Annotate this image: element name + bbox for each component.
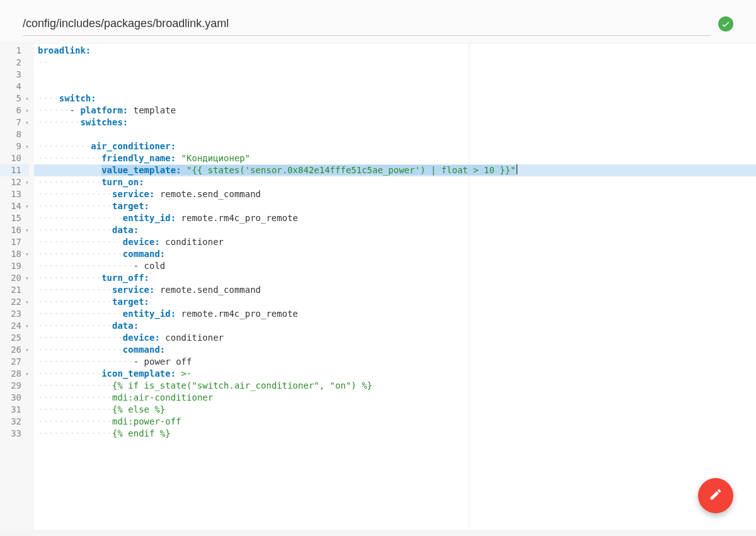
line-number: 21 [11,284,21,296]
gutter-line: 33 [0,428,29,440]
code-line[interactable]: ··················- cold [34,260,756,272]
line-number: 14 [11,200,21,212]
code-line[interactable]: ··············mdi:power-off [34,416,756,428]
gutter-line: 9▾ [0,140,29,152]
fold-marker-icon[interactable]: ▾ [24,248,29,260]
gutter-line: 16▾ [0,224,29,236]
code-token: mdi:power-off [112,416,181,426]
fold-marker-icon[interactable]: ▾ [24,344,29,356]
code-line[interactable]: ······- platform: template [34,105,756,117]
code-line[interactable]: ··············data: [34,224,756,236]
code-area[interactable]: broadlink:······switch:······- platform:… [34,43,756,530]
code-token: switches: [80,117,128,127]
line-number: 2 [16,57,21,69]
code-line[interactable]: ········switches: [34,117,756,128]
gutter-line: 6▾ [0,105,29,117]
code-line[interactable]: ················entity_id: remote.rm4c_p… [34,308,756,320]
code-line[interactable]: ··················- power off [34,356,756,368]
line-number: 10 [11,152,21,164]
code-line[interactable]: ············turn_off: [34,272,756,284]
code-line[interactable]: broadlink: [34,45,756,57]
pencil-icon [709,488,723,504]
code-token: switch: [59,93,96,103]
gutter-line: 14▾ [0,200,29,212]
code-line[interactable]: ··············service: remote.send_comma… [34,284,756,296]
code-line[interactable]: ················device: conditioner [34,332,756,344]
code-line[interactable] [34,128,756,140]
line-number: 24 [11,320,21,332]
code-token: value_template: [101,165,181,175]
fold-marker-icon[interactable]: ▾ [24,105,29,117]
code-token: broadlink: [38,45,91,55]
code-line[interactable] [34,69,756,81]
fold-marker-icon[interactable]: ▾ [24,117,29,128]
fold-marker-icon[interactable]: ▾ [24,368,29,380]
code-token: air_conditioner: [91,141,176,151]
code-token: ······ [38,105,70,115]
code-line[interactable]: ············friendly_name: "Кондиционер" [34,152,756,164]
code-line[interactable]: ············icon_template: >- [34,368,756,380]
code-line[interactable]: ················device: conditioner [34,236,756,248]
code-token: - cold [134,261,166,271]
code-line[interactable]: ··············mdi:air-conditioner [34,392,756,404]
code-token: template [128,105,176,115]
code-line[interactable]: ··········air_conditioner: [34,140,756,152]
code-token: mdi:air-conditioner [112,392,213,402]
fold-marker-icon[interactable]: ▾ [24,296,29,308]
code-token: - [70,105,81,115]
gutter-line: 5▾ [0,93,29,105]
code-line[interactable]: ··············service: remote.send_comma… [34,188,756,200]
fold-marker-icon[interactable]: ▾ [24,272,29,284]
code-line[interactable]: ················command: [34,344,756,356]
fold-marker-icon[interactable]: ▾ [24,140,29,152]
code-token: ·················· [38,261,134,271]
code-token: ················ [38,345,123,355]
code-token: conditioner [160,333,224,343]
line-number: 31 [11,404,21,416]
validation-ok-icon [718,16,733,31]
gutter-line: 3 [0,69,29,81]
fold-marker-icon[interactable]: ▾ [24,93,29,105]
edit-fab-button[interactable] [698,478,733,513]
code-editor[interactable]: 12345▾6▾7▾89▾101112▾1314▾1516▾1718▾1920▾… [0,43,756,530]
code-token: ················ [38,249,123,259]
gutter-line: 21 [0,284,29,296]
code-line[interactable]: ····switch: [34,93,756,105]
code-token: "{{ states('sensor.0x842e14fffe51c5ae_po… [186,165,516,175]
text-cursor [517,164,517,174]
code-token: ············ [38,177,101,187]
line-number: 6 [16,105,21,117]
code-token: target: [112,297,149,307]
code-line[interactable]: ··············target: [34,296,756,308]
code-line[interactable]: ············value_template: "{{ states('… [34,164,756,176]
line-number: 27 [11,356,21,368]
code-token: - power off [134,356,192,367]
fold-marker-icon[interactable]: ▾ [24,176,29,188]
code-token: ·············· [38,321,112,331]
code-token: "Кондиционер" [181,153,251,163]
code-line[interactable]: ············turn_on: [34,176,756,188]
line-number: 19 [11,260,21,272]
gutter-line: 24▾ [0,320,29,332]
code-token: ················ [38,213,123,223]
fold-marker-icon[interactable]: ▾ [24,224,29,236]
code-token: ············ [38,368,101,379]
code-line[interactable]: ··············target: [34,200,756,212]
code-line[interactable]: ··············{% endif %} [34,428,756,440]
line-number: 12 [11,176,21,188]
code-line[interactable]: ··············{% if is_state("switch.air… [34,380,756,392]
code-token: ········ [38,117,80,127]
code-line[interactable]: ················command: [34,248,756,260]
fold-marker-icon[interactable]: ▾ [24,200,29,212]
code-line[interactable] [34,81,756,93]
code-token: platform: [80,105,128,115]
code-token: ················ [38,333,123,343]
code-token [176,368,181,379]
gutter-line: 31 [0,404,29,416]
line-gutter: 12345▾6▾7▾89▾101112▾1314▾1516▾1718▾1920▾… [0,43,34,530]
code-line[interactable]: ··············{% else %} [34,404,756,416]
code-line[interactable]: ··············data: [34,320,756,332]
code-line[interactable]: ················entity_id: remote.rm4c_p… [34,212,756,224]
fold-marker-icon[interactable]: ▾ [24,320,29,332]
code-line[interactable]: ·· [34,57,756,69]
